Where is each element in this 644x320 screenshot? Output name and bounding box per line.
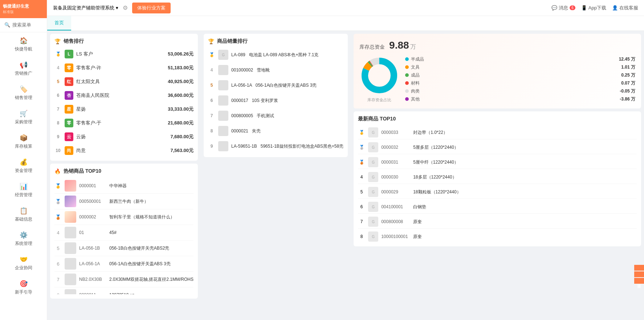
sidebar-item-label: 采购管理 (15, 119, 32, 125)
sidebar-item-marketing[interactable]: 📢 营销推广 (0, 57, 47, 81)
rank-number: 6 (358, 204, 365, 209)
rank-number: 6 (54, 93, 62, 98)
product-code: 000800008 (381, 219, 410, 224)
product-image: G (368, 157, 378, 167)
inventory-card: 库存总资金 9.88 万 (354, 34, 641, 108)
home-icon: 🏠 (20, 37, 28, 45)
product-name: 原奎 (413, 234, 637, 240)
live-button[interactable]: 直播 (634, 278, 644, 284)
product-name: 新西兰牛肉（新牛） (109, 198, 193, 205)
product-image (65, 274, 76, 285)
rank-value: 51,183.00元 (168, 65, 193, 71)
sidebar-item-label: 营销推广 (15, 70, 32, 77)
new-product-7: 7 G 000800008 原奎 (358, 215, 637, 229)
hot-product-5: 5 LA-056-1B 056-1B白色按键开关壳ABS2壳 (54, 241, 193, 256)
product-name: 45# (109, 230, 193, 235)
app-name: 畅捷通好生意 (3, 4, 29, 9)
product-code: 0000029 (381, 189, 410, 194)
product-image: G (368, 231, 378, 242)
legend-dot (405, 57, 409, 61)
service-icon: 👤 (612, 5, 618, 11)
inventory-icon: 📦 (20, 134, 28, 142)
rank-item-7: 9 云 云扬 7,680.00元 (54, 131, 193, 143)
legend-finished: 成品 0.25 万 (405, 72, 635, 78)
product-rank-5: 7 000800005 手机测试 (208, 109, 343, 122)
sidebar-item-basic-info[interactable]: 📋 基础信息 (0, 202, 47, 227)
search-menu[interactable]: 🔍 搜索菜单 (0, 18, 47, 32)
product-name: 中华神器 (109, 183, 193, 189)
product-code: 0000031 (381, 160, 410, 165)
product-name: 12070519-xs (109, 292, 193, 294)
gear-icon[interactable]: ⚙ (123, 4, 128, 11)
rank-number: 7 (208, 113, 215, 118)
sidebar-item-finance[interactable]: 💰 资金管理 (0, 154, 47, 178)
product-name: 原奎 (413, 219, 637, 225)
sidebar-item-enterprise[interactable]: 🤝 企业协同 (0, 251, 47, 275)
sidebar-item-label: 新手引导 (15, 289, 32, 295)
message-badge: 6 (570, 5, 575, 10)
rank-number: 9 (54, 134, 62, 139)
inventory-unit: 万 (410, 44, 416, 50)
product-name: 2.0X30MM双搓花轴,搓花直径2.1MM/ROHS (109, 276, 193, 283)
sidebar-item-label: 快捷导航 (15, 46, 32, 52)
hotline-button[interactable]: 客服热线 (634, 265, 644, 271)
product-image (218, 95, 228, 106)
product-image (65, 242, 76, 254)
rank-number: 8 (54, 292, 62, 295)
product-code: 0000032 (381, 145, 410, 150)
community-button[interactable]: 服务社区 (634, 271, 644, 277)
rank-number: 🥇 (208, 52, 215, 57)
online-service-button[interactable]: 👤 在线客服 (612, 5, 638, 11)
rank-number: 8 (54, 120, 62, 126)
product-code: NB2.0X30B (79, 277, 106, 282)
sidebar-item-sales[interactable]: 🏷️ 销售管理 (0, 81, 47, 105)
sidebar-item-system[interactable]: ⚙️ 系统管理 (0, 227, 47, 251)
product-name: 5厘多层（1220*2440） (413, 144, 637, 151)
customer-ranking-title: 🏆 销售排行 (54, 38, 193, 45)
rank-customer-name: 零售客户-许 (76, 65, 165, 71)
product-info: LA-056-1A 056-1A白色按键开关盖ABS 3壳 (231, 82, 343, 89)
app-logo: 畅捷通好生意 标准版 (0, 0, 47, 18)
rank-avatar: 红 (65, 77, 73, 86)
sidebar-item-quick-nav[interactable]: 🏠 快捷导航 (0, 32, 47, 57)
legend-semi-finished: 半成品 12.45 万 (405, 56, 635, 62)
basic-info-icon: 📋 (20, 207, 28, 215)
sidebar-item-guide[interactable]: 🎯 新手引导 (0, 275, 47, 300)
product-rank-list: 🥇 G LA-089 电池盖 LA-089 ABS本色+黑种 7.1克 4 00… (208, 48, 343, 153)
system-selector[interactable]: 装备及固定资产辅助管理系统 ▾ (53, 5, 118, 11)
product-code: 0000001 (79, 183, 106, 188)
rank-number: 10 (54, 148, 62, 153)
product-name: 5厘中纤（1220*2440） (413, 159, 637, 165)
product-code: 000500001 (79, 199, 106, 204)
rank-number: 🥈 (358, 145, 365, 150)
sidebar-item-label: 资金管理 (15, 168, 32, 174)
product-image (65, 180, 76, 192)
rank-avatar: 星 (65, 105, 73, 114)
product-info: 0000017 10S 变利罗浆 (231, 98, 343, 104)
product-name: 18颗粒板（1220*2440） (413, 189, 637, 195)
sidebar-item-purchase[interactable]: 🛒 采购管理 (0, 105, 47, 130)
rank-item-1: 🥇 L LS 客户 53,006.26元 (54, 48, 193, 60)
inventory-chart-area: 库存资金占比 半成品 12.45 万 文具 1.01 万 (359, 56, 635, 103)
product-code: LA-056-1A (79, 261, 106, 266)
product-image (65, 211, 76, 223)
tab-home[interactable]: 首页 (47, 16, 71, 30)
rank-number: 4 (358, 175, 365, 180)
rank-number: 4 (54, 230, 62, 235)
sidebar-item-operations[interactable]: 📊 经营管理 (0, 178, 47, 202)
message-button[interactable]: 💬 消息 6 (551, 5, 575, 11)
rank-value: 21,680.00元 (168, 120, 193, 126)
app-download-button[interactable]: 📱 App下载 (581, 5, 606, 11)
rank-customer-name: 尚意 (76, 147, 167, 154)
finance-icon: 💰 (20, 158, 28, 166)
hot-products-list: 🥇 0000001 中华神器 🥈 000500001 新西兰牛肉（新牛） 🥉 (54, 178, 193, 294)
rank-number: 7 (358, 219, 365, 224)
sidebar-item-inventory[interactable]: 📦 库存核算 (0, 130, 47, 154)
online-service-label: 在线客服 (619, 5, 638, 11)
app-version: 标准版 (3, 9, 29, 15)
product-name: 封边带（1.0*22） (413, 130, 637, 136)
trial-button[interactable]: 体验行业方案 (132, 3, 171, 13)
product-code: 0000002 (79, 214, 106, 220)
new-product-4: 4 G 0000030 18多层（1220*2440） (358, 171, 637, 184)
rank-number: 5 (208, 83, 215, 88)
